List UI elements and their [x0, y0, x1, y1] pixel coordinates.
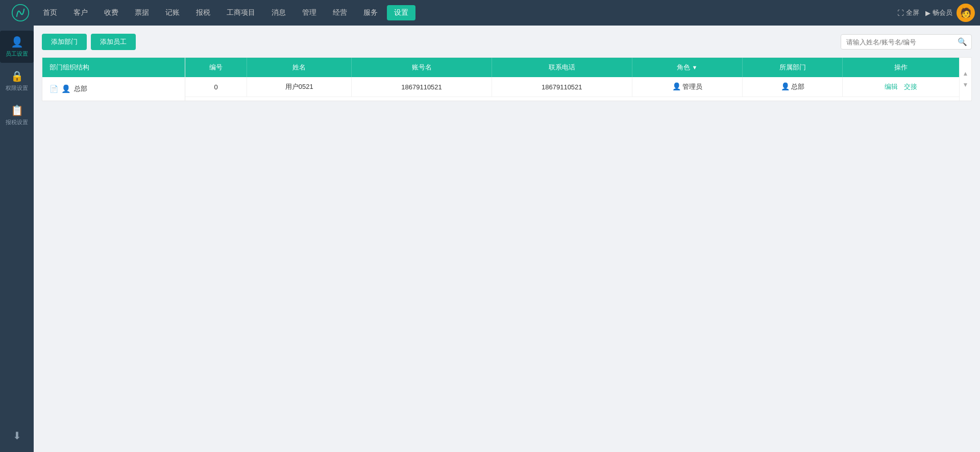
sidebar: 👤员工设置🔒权限设置📋报税设置⬇ — [0, 26, 34, 452]
top-nav: 首页客户收费票据记账报税工商项目消息管理经营服务设置 ⛶全屏▶畅会员 🧑 — [0, 0, 980, 26]
nav-item-报税[interactable]: 报税 — [189, 5, 217, 20]
table-row: 0用户05211867911052118679110521👤管理员👤总部编辑 交… — [185, 77, 959, 97]
td-account: 18679110521 — [352, 77, 492, 97]
dept-name: 总部 — [74, 84, 87, 93]
nav-item-设置[interactable]: 设置 — [387, 5, 415, 20]
sidebar-bottom: ⬇ — [11, 424, 23, 452]
user-badge-icon: 👤 — [781, 82, 790, 90]
toolbar-left: 添加部门 添加员工 — [42, 34, 136, 50]
nav-item-服务[interactable]: 服务 — [356, 5, 385, 20]
nav-item-工商项目[interactable]: 工商项目 — [219, 5, 262, 20]
file-icon: 📄 — [50, 85, 58, 93]
user-badge-icon: 👤 — [672, 82, 681, 90]
action-编辑[interactable]: 编辑 — [885, 83, 898, 90]
td-name: 用户0521 — [247, 77, 352, 97]
th-name: 姓名 — [247, 58, 352, 77]
logo-icon — [11, 4, 30, 22]
nav-item-票据[interactable]: 票据 — [128, 5, 156, 20]
main-content: 添加部门 添加员工 🔍 部门组织结构 📄 👤 总部 — [34, 26, 980, 452]
dept-panel-header: 部门组织结构 — [42, 58, 185, 77]
nav-item-客户[interactable]: 客户 — [66, 5, 95, 20]
th-role[interactable]: 角色▼ — [632, 58, 742, 77]
search-button[interactable]: 🔍 — [953, 35, 971, 49]
btn-label: 畅会员 — [933, 8, 952, 17]
td-dept: 👤总部 — [742, 77, 842, 97]
action-交接[interactable]: 交接 — [904, 83, 917, 90]
add-employee-button[interactable]: 添加员工 — [91, 34, 136, 50]
sidebar-label-1: 权限设置 — [6, 84, 28, 92]
nav-right-btn-畅会员[interactable]: ▶畅会员 — [925, 8, 952, 17]
sidebar-icon-0: 👤 — [11, 36, 23, 48]
sidebar-item-2[interactable]: 📋报税设置 — [0, 99, 34, 131]
toolbar: 添加部门 添加员工 🔍 — [42, 34, 972, 50]
td-phone: 18679110521 — [492, 77, 632, 97]
nav-item-经营[interactable]: 经营 — [326, 5, 354, 20]
nav-item-消息[interactable]: 消息 — [264, 5, 293, 20]
th-account: 账号名 — [352, 58, 492, 77]
td-action: 编辑 交接 — [843, 77, 959, 97]
data-table: 编号姓名账号名联系电话角色▼所属部门操作 0用户0521186791105211… — [185, 58, 959, 97]
add-dept-button[interactable]: 添加部门 — [42, 34, 87, 50]
avatar[interactable]: 🧑 — [957, 4, 975, 22]
th-dept: 所属部门 — [742, 58, 842, 77]
search-input[interactable] — [841, 36, 953, 49]
nav-item-记账[interactable]: 记账 — [158, 5, 187, 20]
nav-right-btn-全屏[interactable]: ⛶全屏 — [897, 8, 919, 17]
scroll-up-arrow[interactable]: ▲ — [961, 68, 971, 79]
scroll-arrows: ▲ ▼ — [959, 58, 971, 101]
dept-tree: 📄 👤 总部 — [42, 77, 185, 101]
table-header-row: 编号姓名账号名联系电话角色▼所属部门操作 — [185, 58, 959, 77]
dept-panel: 部门组织结构 📄 👤 总部 — [42, 58, 185, 101]
main-layout: 👤员工设置🔒权限设置📋报税设置⬇ 添加部门 添加员工 🔍 部门组织结构 📄 — [0, 26, 980, 452]
sidebar-label-2: 报税设置 — [6, 118, 28, 126]
nav-items: 首页客户收费票据记账报税工商项目消息管理经营服务设置 — [36, 5, 897, 20]
table-body: 0用户05211867911052118679110521👤管理员👤总部编辑 交… — [185, 77, 959, 97]
sidebar-label-0: 员工设置 — [6, 50, 28, 58]
nav-item-管理[interactable]: 管理 — [295, 5, 324, 20]
table-area: 部门组织结构 📄 👤 总部 编号姓名账号名联系电话角色▼所属部门操作 0用户05… — [42, 57, 972, 101]
th-action: 操作 — [843, 58, 959, 77]
btn-icon: ⛶ — [897, 9, 904, 17]
dept-tree-item[interactable]: 📄 👤 总部 — [47, 81, 180, 97]
sidebar-bottom-item-0[interactable]: ⬇ — [11, 424, 23, 447]
btn-icon: ▶ — [925, 9, 930, 17]
sidebar-bottom-icon-0: ⬇ — [13, 430, 21, 442]
sidebar-icon-1: 🔒 — [11, 70, 23, 82]
user-dept-icon: 👤 — [61, 84, 71, 93]
search-box: 🔍 — [841, 34, 972, 50]
td-role: 👤管理员 — [632, 77, 742, 97]
logo-area — [5, 4, 36, 22]
th-phone: 联系电话 — [492, 58, 632, 77]
td-id: 0 — [185, 77, 247, 97]
employee-table: 编号姓名账号名联系电话角色▼所属部门操作 0用户0521186791105211… — [185, 58, 959, 101]
sidebar-item-1[interactable]: 🔒权限设置 — [0, 65, 34, 97]
nav-item-收费[interactable]: 收费 — [97, 5, 126, 20]
nav-item-首页[interactable]: 首页 — [36, 5, 64, 20]
sidebar-icon-2: 📋 — [11, 104, 23, 116]
nav-right: ⛶全屏▶畅会员 — [897, 8, 952, 17]
sidebar-item-0[interactable]: 👤员工设置 — [0, 31, 34, 63]
scroll-down-arrow[interactable]: ▼ — [961, 79, 971, 90]
btn-label: 全屏 — [906, 8, 919, 17]
filter-icon-role[interactable]: ▼ — [692, 64, 697, 70]
action-divider — [900, 83, 902, 90]
th-id: 编号 — [185, 58, 247, 77]
